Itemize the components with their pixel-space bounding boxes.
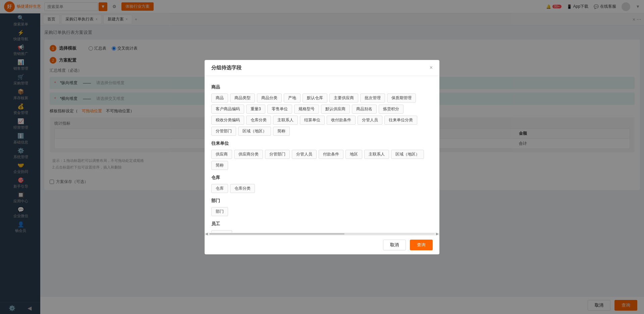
modal-footer: 取消 查询 — [205, 235, 439, 254]
field-tag[interactable]: 商品分类 — [257, 93, 282, 103]
field-tag[interactable]: 税收分类编码 — [211, 116, 244, 125]
modal-overlay: 分组待选字段 × 商品 商品 商品类型 商品分类 产地 默认仓库 主要供应商 批… — [0, 0, 644, 314]
section-title-goods: 商品 — [211, 84, 433, 90]
field-tag[interactable]: 供应商分类 — [234, 150, 263, 159]
field-tag[interactable]: 仓库分类 — [230, 184, 255, 193]
field-tag[interactable]: 收付款条件 — [327, 116, 356, 125]
field-tag[interactable]: 业务员 — [211, 230, 232, 233]
field-tag[interactable]: 分管部门 — [211, 127, 236, 136]
section-title-partner: 往来单位 — [211, 140, 433, 146]
field-tag[interactable]: 结算单位 — [300, 116, 325, 125]
section-title-staff: 员工 — [211, 221, 433, 227]
field-tag[interactable]: 仓库 — [211, 184, 228, 193]
field-tag[interactable]: 默认仓库 — [303, 93, 327, 103]
field-tag[interactable]: 产地 — [284, 93, 301, 103]
modal-close-button[interactable]: × — [430, 65, 433, 71]
field-tag[interactable]: 炼货积分 — [379, 105, 404, 114]
field-tag[interactable]: 部门 — [211, 207, 228, 216]
section-title-warehouse: 仓库 — [211, 175, 433, 181]
scroll-left-icon[interactable]: ◀ — [205, 232, 208, 236]
field-tag[interactable]: 分管人员 — [292, 150, 317, 159]
field-tag[interactable]: 主要供应商 — [329, 93, 358, 103]
modal-cancel-button[interactable]: 取消 — [383, 240, 406, 250]
tag-grid-goods: 商品 商品类型 商品分类 产地 默认仓库 主要供应商 批次管理 保质期管理 客户… — [211, 93, 433, 136]
field-tag[interactable]: 分管人员 — [358, 116, 382, 125]
field-tag[interactable]: 往来单位分类 — [384, 116, 417, 125]
field-tag[interactable]: 规格型号 — [294, 105, 319, 114]
field-tag[interactable]: 供应商 — [211, 150, 232, 159]
field-tag[interactable]: 主联系人 — [273, 116, 298, 125]
field-tag[interactable]: 零售单位 — [267, 105, 292, 114]
field-tag[interactable]: 默认供应商 — [321, 105, 350, 114]
field-tag[interactable]: 区域（地区） — [391, 150, 424, 159]
section-title-dept: 部门 — [211, 198, 433, 204]
scroll-right-icon[interactable]: ▶ — [436, 232, 439, 236]
field-select-modal: 分组待选字段 × 商品 商品 商品类型 商品分类 产地 默认仓库 主要供应商 批… — [205, 60, 439, 254]
field-tag[interactable]: 批次管理 — [360, 93, 385, 103]
tag-grid-warehouse: 仓库 仓库分类 — [211, 184, 433, 193]
modal-scrollbar: ◀ ▶ — [205, 233, 439, 235]
field-tag[interactable]: 区域（地区） — [238, 127, 271, 136]
tag-grid-dept: 部门 — [211, 207, 433, 216]
modal-title: 分组待选字段 — [211, 65, 241, 71]
field-tag[interactable]: 重量3 — [246, 105, 265, 114]
field-tag[interactable]: 商品 — [211, 93, 228, 103]
modal-header: 分组待选字段 × — [205, 60, 439, 76]
modal-confirm-button[interactable]: 查询 — [410, 240, 433, 250]
tag-grid-staff: 业务员 — [211, 230, 433, 233]
field-tag[interactable]: 付款条件 — [319, 150, 343, 159]
field-tag[interactable]: 商品别名 — [352, 105, 377, 114]
field-tag[interactable]: 商品类型 — [230, 93, 255, 103]
tag-grid-partner: 供应商 供应商分类 分管部门 分管人员 付款条件 地区 主联系人 区域（地区） … — [211, 150, 433, 170]
field-tag[interactable]: 分管部门 — [265, 150, 290, 159]
field-tag[interactable]: 客户商品编码 — [211, 105, 244, 114]
scroll-track — [209, 233, 435, 235]
scroll-thumb[interactable] — [209, 233, 344, 235]
field-tag[interactable]: 主联系人 — [364, 150, 389, 159]
field-tag[interactable]: 仓库分类 — [246, 116, 271, 125]
field-tag[interactable]: 简称 — [211, 161, 228, 170]
modal-body: 商品 商品 商品类型 商品分类 产地 默认仓库 主要供应商 批次管理 保质期管理… — [205, 76, 439, 233]
field-tag[interactable]: 保质期管理 — [387, 93, 416, 103]
field-tag[interactable]: 简称 — [273, 127, 290, 136]
field-tag[interactable]: 地区 — [345, 150, 362, 159]
